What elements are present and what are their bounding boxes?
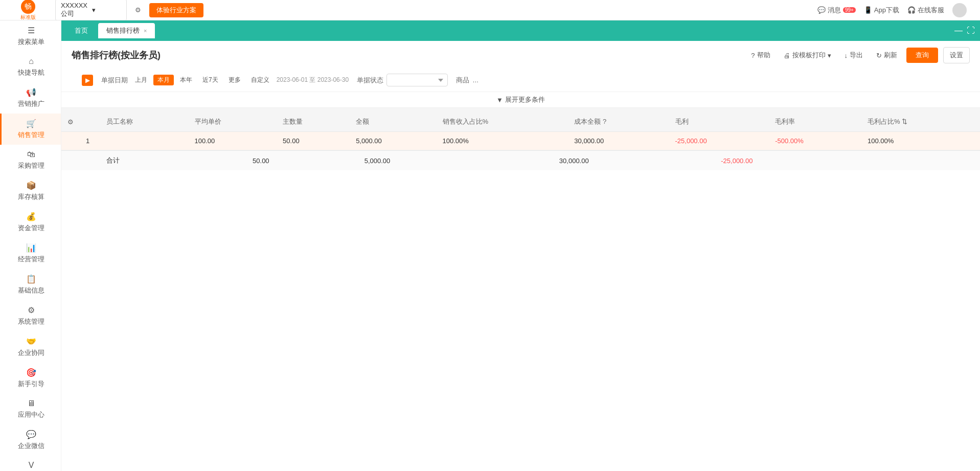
trial-button[interactable]: 体验行业方案 [149, 3, 203, 17]
online-support-button[interactable]: 🎧 在线客服 [907, 6, 944, 15]
sidebar-item-wechat[interactable]: 💬 企业微信 [0, 424, 61, 456]
tab-label: 销售排行榜 [106, 26, 140, 35]
sidebar-label-sales: 销售管理 [18, 130, 44, 140]
date-tab-current-month[interactable]: 本月 [153, 75, 174, 85]
page-title-row: 销售排行榜(按业务员) ? 帮助 🖨 按模板打印 ▾ ↓ [72, 47, 970, 63]
content-area: 首页 销售排行榜 × — ⛶ 销售排行榜(按业务员) ? 帮助 [61, 20, 980, 471]
footer-cell-cost: 30,000.00 [553, 151, 715, 171]
query-button[interactable]: 查询 [906, 48, 938, 63]
goods-more-icon[interactable]: … [472, 77, 478, 84]
col-name: 员工名称 [100, 112, 189, 132]
refresh-button[interactable]: ↻ 刷新 [872, 49, 901, 62]
cell-rank: 1 [80, 132, 100, 150]
status-filter-label: 单据状态 [357, 76, 383, 85]
sidebar-label-system: 系统管理 [18, 317, 44, 326]
sidebar-item-system[interactable]: ⚙ 系统管理 [0, 300, 61, 331]
main-layout: ☰ 搜索菜单 ⌂ 快捷导航 📢 营销推广 🛒 销售管理 🛍 采购管理 📦 库存核… [0, 20, 980, 471]
col-cost: 成本全额 ? [568, 112, 669, 132]
company-name: XXXXXX公司 [61, 2, 90, 18]
sidebar-item-corp[interactable]: 🤝 企业协同 [0, 331, 61, 363]
message-label: 消息 [828, 6, 841, 15]
guide-icon: 🎯 [26, 368, 36, 377]
home-icon: ⌂ [29, 57, 34, 66]
cell-settings [61, 132, 80, 150]
support-label: 在线客服 [918, 6, 944, 15]
inventory-icon: 📦 [26, 181, 36, 190]
col-gross: 毛利 [669, 112, 769, 132]
sidebar-label-inventory: 库存核算 [18, 192, 44, 201]
sidebar-item-search[interactable]: ☰ 搜索菜单 [0, 20, 61, 52]
sidebar-label-search: 搜索菜单 [18, 37, 44, 47]
cost-info-icon[interactable]: ? [603, 118, 606, 125]
footer-cell-margin-pct [932, 151, 980, 171]
page-header: 销售排行榜(按业务员) ? 帮助 🖨 按模板打印 ▾ ↓ [61, 41, 980, 92]
sidebar-item-inventory[interactable]: 📦 库存核算 [0, 175, 61, 207]
column-settings-icon[interactable]: ⚙ [67, 118, 74, 126]
help-button[interactable]: ? 帮助 [747, 49, 774, 62]
sidebar-item-marketing[interactable]: 📢 营销推广 [0, 82, 61, 114]
app-label: App下载 [874, 6, 899, 15]
tab-sales-ranking[interactable]: 销售排行榜 × [98, 23, 155, 38]
date-tab-more[interactable]: 更多 [224, 75, 245, 85]
message-button[interactable]: 💬 消息 99+ [817, 6, 856, 15]
print-chevron-icon: ▾ [828, 52, 831, 59]
data-table: ⚙ 员工名称 平均单价 主数量 全额 销售收入占比% 成本全额 ? 毛利 毛利率… [61, 112, 980, 150]
cell-margin-pct: 100.00% [861, 132, 980, 150]
data-table-container: ⚙ 员工名称 平均单价 主数量 全额 销售收入占比% 成本全额 ? 毛利 毛利率… [61, 112, 980, 471]
date-tab-custom[interactable]: 自定义 [247, 75, 274, 85]
status-filter-group: 单据状态 [357, 74, 448, 86]
tab-home[interactable]: 首页 [66, 23, 96, 38]
apps-icon: 🖥 [27, 399, 35, 408]
app-icon: 📱 [864, 6, 872, 14]
sidebar-item-member[interactable]: V 畅会员 [0, 456, 61, 471]
sidebar-label-guide: 新手引导 [18, 379, 44, 389]
sidebar-label-corp: 企业协同 [18, 348, 44, 357]
col-settings[interactable]: ⚙ [61, 112, 80, 132]
footer-cell-rank [80, 151, 100, 171]
col-margin-pct: 毛利占比% ⇅ [861, 112, 980, 132]
tab-close-icon[interactable]: × [144, 28, 147, 34]
expand-conditions-button[interactable]: ▼ 展开更多条件 [496, 95, 545, 104]
settings-button[interactable]: 设置 [943, 47, 970, 63]
minimize-icon[interactable]: — [954, 26, 963, 35]
date-tab-prev-month[interactable]: 上月 [131, 75, 151, 85]
table-body: 1 100.00 50.00 5,000.00 100.00% 30,000.0… [61, 132, 980, 150]
system-icon: ⚙ [28, 305, 35, 315]
sidebar-item-operation[interactable]: 📊 经营管理 [0, 238, 61, 269]
margin-sort-icon[interactable]: ⇅ [902, 118, 907, 125]
print-button[interactable]: 🖨 按模板打印 ▾ [780, 49, 835, 62]
expand-icon: ▼ [496, 96, 503, 104]
logo: 畅 标准版 [5, 0, 51, 21]
footer-table: 合计 50.00 5,000.00 30,000.00 -25,000.00 [61, 150, 980, 170]
footer-cell-qty: 50.00 [246, 151, 358, 171]
maximize-icon[interactable]: ⛶ [967, 26, 975, 35]
expand-label: 展开更多条件 [505, 95, 545, 104]
settings-icon[interactable]: ⚙ [131, 3, 145, 17]
status-select[interactable] [386, 74, 448, 86]
filter-toggle-button[interactable]: ▶ [82, 75, 93, 86]
sidebar-item-quick[interactable]: ⌂ 快捷导航 [0, 52, 61, 82]
sidebar-label-purchase: 采购管理 [18, 161, 44, 170]
date-tab-7days[interactable]: 近7天 [198, 75, 222, 85]
col-sales-pct: 销售收入占比% [437, 112, 568, 132]
sidebar-item-finance[interactable]: 💰 资金管理 [0, 207, 61, 238]
sidebar-item-sales[interactable]: 🛒 销售管理 [0, 114, 61, 145]
date-tab-current-year[interactable]: 本年 [176, 75, 196, 85]
sidebar-item-apps[interactable]: 🖥 应用中心 [0, 394, 61, 424]
sidebar-item-purchase[interactable]: 🛍 采购管理 [0, 145, 61, 175]
print-icon: 🖨 [784, 52, 790, 59]
page-actions: ? 帮助 🖨 按模板打印 ▾ ↓ 导出 ↻ [747, 47, 970, 63]
logo-text: 标准版 [20, 14, 36, 21]
footer-cell-gross: -25,000.00 [715, 151, 885, 171]
footer-cell-settings [61, 151, 80, 171]
sidebar-label-apps: 应用中心 [18, 410, 44, 419]
help-icon: ? [751, 52, 755, 59]
date-range-display: 2023-06-01 至 2023-06-30 [277, 76, 349, 84]
sidebar-item-guide[interactable]: 🎯 新手引导 [0, 363, 61, 394]
sidebar-item-basic[interactable]: 📋 基础信息 [0, 269, 61, 300]
export-button[interactable]: ↓ 导出 [840, 49, 868, 62]
sidebar-label-marketing: 营销推广 [18, 99, 44, 108]
app-download-button[interactable]: 📱 App下载 [864, 6, 899, 15]
company-selector[interactable]: XXXXXX公司 ▾ [55, 0, 127, 21]
cell-amount: 5,000.00 [350, 132, 436, 150]
